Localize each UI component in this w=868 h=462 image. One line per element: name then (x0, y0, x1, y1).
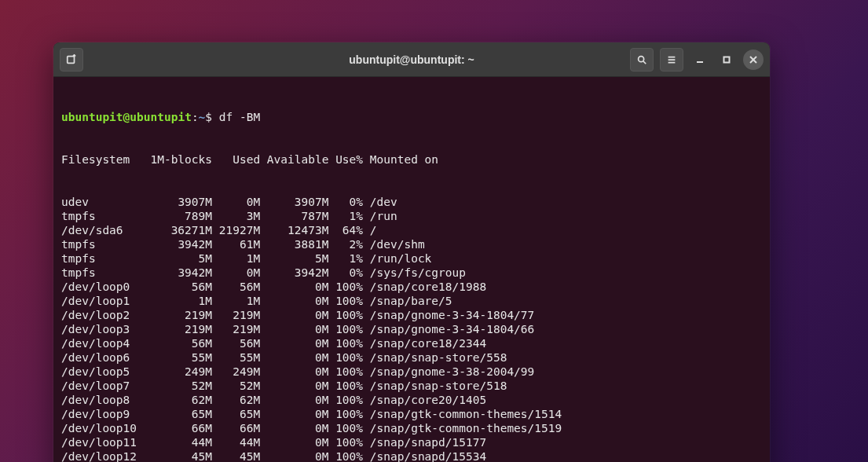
table-row: /dev/loop5249M249M0M100%/snap/gnome-3-38… (61, 365, 762, 379)
cell-blocks: 45M (137, 449, 212, 462)
table-row: /dev/loop456M56M0M100%/snap/core18/2344 (61, 336, 762, 350)
command-text: df -BM (219, 111, 260, 123)
cell-fs: tmpfs (61, 266, 137, 280)
cell-fs: /dev/loop1 (61, 294, 137, 308)
cell-mount: /snap/snapd/15177 (363, 435, 486, 449)
titlebar: ubuntupit@ubuntupit: ~ (53, 42, 770, 77)
table-row: tmpfs5M1M5M1%/run/lock (61, 251, 762, 266)
cell-mount: /snap/core18/2344 (363, 336, 486, 350)
table-row: /dev/loop1066M66M0M100%/snap/gtk-common-… (61, 421, 762, 435)
cell-blocks: 5M (137, 251, 212, 266)
prompt-user-host: ubuntupit@ubuntupit (61, 111, 192, 123)
minimize-button[interactable] (690, 50, 710, 70)
cell-blocks: 66M (137, 421, 212, 435)
col-blocks: 1M-blocks (137, 152, 212, 167)
cell-usep: 100% (328, 421, 363, 435)
table-row: /dev/loop862M62M0M100%/snap/core20/1405 (61, 393, 762, 407)
cell-used: 45M (212, 449, 260, 462)
cell-fs: /dev/loop11 (61, 435, 137, 449)
table-row: /dev/loop752M52M0M100%/snap/snap-store/5… (61, 379, 762, 393)
cell-avail: 0M (260, 308, 328, 322)
cell-usep: 0% (328, 266, 363, 280)
table-row: tmpfs3942M0M3942M0%/sys/fs/cgroup (61, 266, 762, 280)
cell-usep: 100% (328, 393, 363, 407)
cell-blocks: 56M (137, 280, 212, 294)
cell-avail: 0M (260, 294, 328, 308)
cell-blocks: 1M (137, 294, 212, 308)
prompt-sep1: : (192, 111, 199, 123)
hamburger-icon (666, 54, 677, 65)
prompt-sep2: $ (205, 111, 218, 123)
new-tab-button[interactable] (60, 48, 83, 72)
cell-blocks: 65M (137, 407, 212, 421)
close-button[interactable] (743, 50, 764, 70)
cell-fs: /dev/loop8 (61, 393, 137, 407)
cell-used: 56M (212, 280, 260, 294)
cell-fs: /dev/loop4 (61, 336, 137, 350)
cell-mount: /snap/gtk-common-themes/1514 (363, 407, 562, 421)
cell-usep: 100% (328, 280, 363, 294)
cell-mount: /run (363, 209, 397, 223)
table-row: /dev/loop056M56M0M100%/snap/core18/1988 (61, 280, 762, 294)
cell-mount: /snap/bare/5 (363, 294, 452, 308)
cell-used: 0M (212, 266, 260, 280)
cell-fs: /dev/loop6 (61, 350, 137, 365)
cell-used: 1M (212, 294, 260, 308)
cell-used: 55M (212, 350, 260, 365)
table-rows: udev3907M0M3907M0%/devtmpfs789M3M787M1%/… (61, 195, 762, 462)
cell-used: 62M (212, 393, 260, 407)
cell-used: 66M (212, 421, 260, 435)
cell-avail: 0M (260, 365, 328, 379)
cell-mount: /snap/gtk-common-themes/1519 (363, 421, 562, 435)
cell-usep: 100% (328, 435, 363, 449)
cell-avail: 0M (260, 379, 328, 393)
cell-usep: 100% (328, 350, 363, 365)
cell-mount: /snap/core18/1988 (363, 280, 486, 294)
search-button[interactable] (630, 48, 654, 72)
table-row: /dev/loop655M55M0M100%/snap/snap-store/5… (61, 350, 762, 365)
cell-mount: /snap/gnome-3-34-1804/77 (363, 308, 534, 322)
cell-fs: /dev/loop5 (61, 365, 137, 379)
cell-mount: /snap/snap-store/558 (363, 350, 507, 365)
cell-avail: 0M (260, 435, 328, 449)
cell-avail: 3942M (260, 266, 328, 280)
cell-usep: 100% (328, 294, 363, 308)
cell-usep: 100% (328, 308, 363, 322)
cell-blocks: 249M (137, 365, 212, 379)
cell-avail: 0M (260, 407, 328, 421)
col-filesystem: Filesystem (61, 152, 137, 167)
cell-usep: 100% (328, 322, 363, 336)
table-header: Filesystem1M-blocksUsedAvailableUse%Moun… (61, 152, 762, 167)
new-tab-icon (66, 54, 77, 65)
cell-used: 21927M (212, 223, 260, 237)
cell-usep: 1% (328, 251, 363, 266)
cell-used: 0M (212, 195, 260, 209)
cell-avail: 5M (260, 251, 328, 266)
maximize-button[interactable] (716, 50, 737, 70)
table-row: udev3907M0M3907M0%/dev (61, 195, 762, 209)
terminal-body[interactable]: ubuntupit@ubuntupit:~$ df -BM Filesystem… (53, 77, 770, 462)
terminal-window: ubuntupit@ubuntupit: ~ ubuntupit@ubuntup… (53, 42, 770, 462)
table-row: tmpfs3942M61M3881M2%/dev/shm (61, 237, 762, 251)
prompt-line: ubuntupit@ubuntupit:~$ df -BM (61, 110, 762, 124)
cell-used: 249M (212, 365, 260, 379)
cell-fs: /dev/loop3 (61, 322, 137, 336)
cell-avail: 0M (260, 336, 328, 350)
menu-button[interactable] (660, 48, 683, 72)
cell-blocks: 219M (137, 322, 212, 336)
col-avail: Available (260, 152, 328, 167)
cell-avail: 3881M (260, 237, 328, 251)
cell-blocks: 3907M (137, 195, 212, 209)
cell-fs: /dev/loop0 (61, 280, 137, 294)
cell-mount: /snap/snap-store/518 (363, 379, 507, 393)
table-row: /dev/loop2219M219M0M100%/snap/gnome-3-34… (61, 308, 762, 322)
cell-fs: /dev/sda6 (61, 223, 137, 237)
svg-line-4 (643, 60, 646, 64)
cell-used: 1M (212, 251, 260, 266)
cell-mount: /dev/shm (363, 237, 425, 251)
cell-blocks: 55M (137, 350, 212, 365)
col-usep: Use% (328, 152, 363, 167)
cell-usep: 100% (328, 379, 363, 393)
cell-blocks: 3942M (137, 266, 212, 280)
cell-mount: /dev (363, 195, 397, 209)
